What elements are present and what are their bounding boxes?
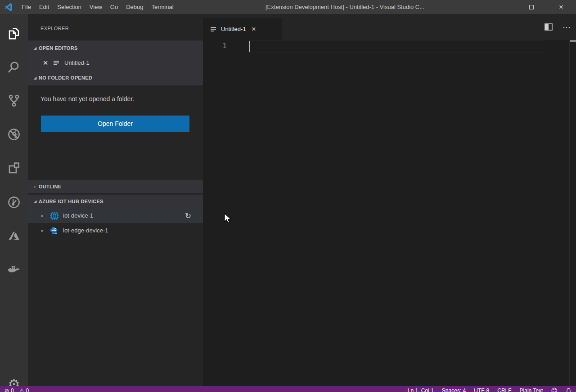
menu-terminal[interactable]: Terminal <box>147 0 177 14</box>
pane-headers-block: ◢ OPEN EDITORS × Untitled-1 ◢ NO FOLDER … <box>28 40 203 85</box>
menu-go[interactable]: Go <box>106 0 122 14</box>
activity-docker-button[interactable] <box>0 256 28 284</box>
outline-header[interactable]: ▹ OUTLINE <box>28 180 203 193</box>
file-icon <box>209 25 217 33</box>
close-editor-button[interactable]: × <box>41 59 50 67</box>
files-icon <box>7 27 21 40</box>
menu-view[interactable]: View <box>86 0 106 14</box>
eol-status[interactable]: CRLF <box>497 388 511 392</box>
refresh-icon[interactable]: ↻ <box>185 211 191 220</box>
more-actions-icon[interactable]: ⋯ <box>562 22 571 32</box>
current-line-highlight <box>249 40 545 53</box>
activity-azure-button[interactable] <box>0 222 28 250</box>
maximize-icon <box>529 5 534 9</box>
file-icon <box>52 59 60 67</box>
explorer-sidebar: EXPLORER ◢ OPEN EDITORS × Untitled-1 ◢ N… <box>28 14 203 386</box>
open-editors-header[interactable]: ◢ OPEN EDITORS <box>28 40 203 55</box>
menu-file[interactable]: File <box>18 0 35 14</box>
overview-ruler-marker <box>570 40 576 42</box>
open-folder-button[interactable]: Open Folder <box>41 116 189 132</box>
minimize-button[interactable] <box>487 0 517 14</box>
activity-circle-branch-button[interactable] <box>0 188 28 216</box>
cursor-position-status[interactable]: Ln 1, Col 1 <box>408 388 434 392</box>
close-tab-button[interactable]: × <box>252 25 256 33</box>
menu-edit[interactable]: Edit <box>35 0 53 14</box>
debug-disabled-icon <box>7 128 21 141</box>
activity-debug-button[interactable] <box>0 120 28 148</box>
split-editor-icon[interactable] <box>544 23 553 31</box>
maximize-button[interactable] <box>517 0 546 14</box>
error-icon: ⊘ <box>4 388 9 392</box>
docker-icon <box>7 263 21 276</box>
activity-extensions-button[interactable] <box>0 154 28 182</box>
twistie-collapsed-icon: ▹ <box>32 184 39 189</box>
status-right: Ln 1, Col 1 Spaces: 4 UTF-8 CRLF Plain T… <box>408 386 572 392</box>
tab-bar: Untitled-1 × ⋯ <box>203 14 576 40</box>
no-folder-message: You have not yet opened a folder. <box>40 95 134 102</box>
azure-iot-pane-header-block: ◢ AZURE IOT HUB DEVICES <box>28 195 203 208</box>
azure-iot-hub-devices-label: AZURE IOT HUB DEVICES <box>39 199 104 204</box>
twistie-expanded-icon: ◢ <box>32 46 39 50</box>
activity-source-control-button[interactable] <box>0 87 28 115</box>
mouse-pointer <box>224 213 232 225</box>
encoding-status[interactable]: UTF-8 <box>474 388 489 392</box>
twistie-expanded-icon: ◢ <box>32 199 39 204</box>
sidebar-title: EXPLORER <box>40 26 69 31</box>
close-icon: × <box>559 3 563 11</box>
feedback-smiley-icon[interactable]: ☺ <box>551 387 558 392</box>
device-label: iot-device-1 <box>63 212 93 219</box>
notifications-bell-icon[interactable] <box>566 388 572 392</box>
no-folder-opened-label: NO FOLDER OPENED <box>39 75 92 80</box>
menu-debug[interactable]: Debug <box>122 0 147 14</box>
device-label: iot-edge-device-1 <box>63 227 108 234</box>
outline-pane: ▹ OUTLINE <box>28 180 203 193</box>
extensions-icon <box>7 161 21 175</box>
outline-label: OUTLINE <box>39 184 61 189</box>
tab-untitled-1[interactable]: Untitled-1 × <box>203 18 282 40</box>
activity-bar: ⚙ <box>0 14 28 386</box>
vscode-window: File Edit Selection View Go Debug Termin… <box>0 0 576 392</box>
twistie-expanded-icon: ◢ <box>32 76 39 80</box>
language-mode-status[interactable]: Plain Text <box>520 388 543 392</box>
editor-actions: ⋯ <box>544 14 571 40</box>
iot-device-chip-icon <box>50 211 59 221</box>
open-editors-label: OPEN EDITORS <box>39 45 78 51</box>
no-folder-opened-header[interactable]: ◢ NO FOLDER OPENED <box>28 70 203 85</box>
window-title: [Extension Development Host] - Untitled-… <box>266 0 424 14</box>
warning-icon: ⚠ <box>19 388 24 392</box>
activity-explorer-button[interactable] <box>0 20 28 48</box>
twistie-item-icon: ▸ <box>41 213 48 218</box>
twistie-item-icon: ▸ <box>41 228 48 233</box>
indentation-status[interactable]: Spaces: 4 <box>442 388 466 392</box>
close-window-button[interactable]: × <box>546 0 576 14</box>
tree-item-iot-device-1[interactable]: ▸ iot-device-1 ↻ <box>28 208 203 223</box>
source-control-icon <box>7 94 21 107</box>
problems-status[interactable]: ⊘ 0 ⚠ 0 <box>4 388 29 392</box>
open-editor-item-untitled-1[interactable]: × Untitled-1 <box>28 55 203 70</box>
menu-selection[interactable]: Selection <box>53 0 85 14</box>
azure-iot-hub-devices-header[interactable]: ◢ AZURE IOT HUB DEVICES <box>28 195 203 208</box>
code-editor[interactable]: 1 <box>203 40 576 386</box>
open-editor-label: Untitled-1 <box>64 59 90 66</box>
vscode-logo-icon <box>4 3 13 12</box>
search-icon <box>7 61 21 74</box>
editor-area: Untitled-1 × ⋯ 1 <box>203 14 576 386</box>
tab-label: Untitled-1 <box>221 26 246 32</box>
tree-item-iot-edge-device-1[interactable]: ▸ iot-edge-device-1 <box>28 223 203 238</box>
scrollbar-divider <box>569 40 570 386</box>
line-number: 1 <box>203 41 227 50</box>
status-bar: ⊘ 0 ⚠ 0 Ln 1, Col 1 Spaces: 4 UTF-8 CRLF… <box>0 386 576 392</box>
iot-edge-device-cloud-icon <box>50 226 59 236</box>
status-left: ⊘ 0 ⚠ 0 <box>4 388 29 392</box>
error-count: 0 <box>11 388 14 392</box>
circle-branch-icon <box>7 196 21 209</box>
warning-count: 0 <box>26 388 29 392</box>
minimize-icon <box>500 7 504 7</box>
activity-search-button[interactable] <box>0 53 28 81</box>
azure-icon <box>7 229 21 243</box>
title-bar: File Edit Selection View Go Debug Termin… <box>0 0 576 14</box>
text-cursor <box>249 41 250 52</box>
window-controls: × <box>487 0 576 14</box>
